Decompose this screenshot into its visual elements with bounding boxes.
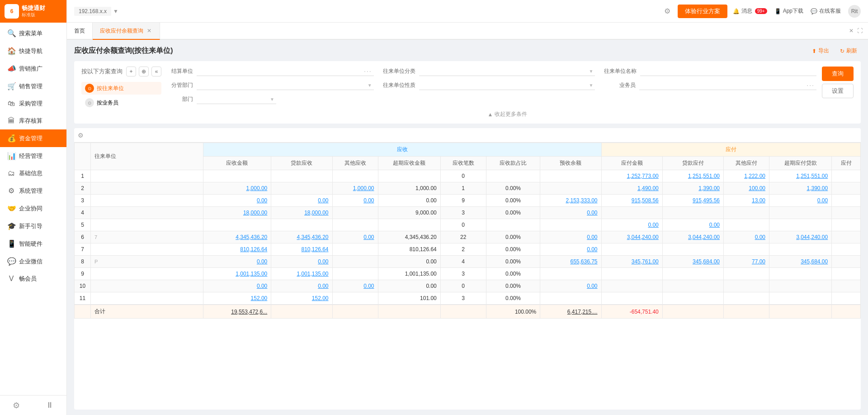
cell-link[interactable]: 4,345,436.20 xyxy=(203,231,271,243)
sidebar-item-search[interactable]: 🔍搜索菜单 xyxy=(0,24,66,42)
cell-link[interactable]: 345,761.00 xyxy=(601,256,662,268)
cell-link[interactable]: 0.00 xyxy=(332,195,378,207)
cell-link[interactable]: 18,000.00 xyxy=(203,207,271,219)
cell-link[interactable]: 1,251,551.00 xyxy=(769,170,831,182)
cell-link[interactable]: 0.00 xyxy=(540,280,601,292)
tab-arbalance[interactable]: 应收应付余额查询 ✕ xyxy=(93,23,160,40)
cell-link[interactable]: 655,636.75 xyxy=(540,256,601,268)
cell-link[interactable]: 3,044,240.00 xyxy=(662,231,723,243)
sidebar-item-wechat[interactable]: 💬企业微信 xyxy=(0,253,66,270)
sidebar-item-inventory[interactable]: 🏛库存核算 xyxy=(0,112,66,129)
field-dept-input[interactable] xyxy=(197,95,268,104)
collapse-btn[interactable]: ▲ 收起更多条件 xyxy=(161,110,854,118)
notification-btn[interactable]: 🔔 消息 99+ xyxy=(733,7,767,15)
cell-link[interactable]: 0.00 xyxy=(271,195,332,207)
cell-link[interactable]: 0.00 xyxy=(271,280,332,292)
field-laiwei-nature-input[interactable] xyxy=(419,81,587,90)
sidebar-item-purchase[interactable]: 🛍采购管理 xyxy=(0,95,66,112)
table-settings-icon[interactable]: ⚙ xyxy=(78,132,84,139)
cell-link[interactable]: 100.00 xyxy=(724,182,769,195)
cell-link[interactable]: 77.00 xyxy=(724,256,769,268)
sidebar-item-quicknav[interactable]: 🏠快捷导航 xyxy=(0,42,66,60)
field-jiesuan-dots-icon[interactable]: ··· xyxy=(362,67,374,75)
tab-home[interactable]: 首页 xyxy=(67,23,93,39)
sidebar-item-management[interactable]: 📊经营管理 xyxy=(0,147,66,165)
cell-link[interactable]: 3,044,240.00 xyxy=(769,231,831,243)
user-avatar[interactable]: Rit xyxy=(848,5,861,18)
sidebar-item-hardware[interactable]: 📱智能硬件 xyxy=(0,235,66,253)
cell-link[interactable]: 345,684.00 xyxy=(769,256,831,268)
field-salesperson-input[interactable] xyxy=(639,81,805,90)
export-btn[interactable]: ⬆ 导出 xyxy=(808,45,833,57)
cell-link[interactable]: 1,251,551.00 xyxy=(662,170,723,182)
field-laiwei-type-input[interactable] xyxy=(419,67,587,76)
cell-link[interactable]: 0.00 xyxy=(724,231,769,243)
cell-link[interactable]: 0.00 xyxy=(271,256,332,268)
field-laiwei-name-input[interactable] xyxy=(640,67,816,76)
cell-link[interactable]: 1,390.00 xyxy=(662,182,723,195)
sidebar-item-finance[interactable]: 💰资金管理 xyxy=(0,129,66,147)
cell-link[interactable]: 915,495.56 xyxy=(662,195,723,207)
cell-link[interactable]: 2,153,333.00 xyxy=(540,195,601,207)
cell-link[interactable]: 1,252,773.00 xyxy=(601,170,662,182)
expand-icon[interactable]: ⛶ xyxy=(857,28,863,34)
cell-link[interactable]: 915,508.56 xyxy=(601,195,662,207)
collapse-scheme-btn[interactable]: « xyxy=(151,67,161,76)
cell-link[interactable]: 0.00 xyxy=(540,207,601,219)
cell-link[interactable]: 0.00 xyxy=(203,280,271,292)
cell-link[interactable]: 1,222.00 xyxy=(724,170,769,182)
solution-btn[interactable]: 体验行业方案 xyxy=(678,5,727,18)
sidebar-item-sales[interactable]: 🛒销售管理 xyxy=(0,77,66,95)
cell-link[interactable]: 1,001,135.00 xyxy=(271,268,332,280)
tab-arbalance-close-icon[interactable]: ✕ xyxy=(146,27,152,35)
cell-link[interactable]: 810,126.64 xyxy=(271,243,332,256)
online-service-btn[interactable]: 💬 在线客服 xyxy=(811,7,841,15)
cell-link[interactable]: 0.00 xyxy=(203,195,271,207)
query-btn[interactable]: 查询 xyxy=(822,67,854,81)
sidebar-item-system[interactable]: ⚙系统管理 xyxy=(0,182,66,200)
cell-link[interactable]: 0.00 xyxy=(203,256,271,268)
cell-link[interactable]: 0.00 xyxy=(601,219,662,231)
sidebar-item-basicinfo[interactable]: 🗂基础信息 xyxy=(0,165,66,182)
edit-scheme-btn[interactable]: ⊕ xyxy=(139,67,149,76)
sidebar-item-marketing[interactable]: 📣营销推广 xyxy=(0,60,66,77)
add-scheme-btn[interactable]: + xyxy=(126,67,136,76)
app-download-btn[interactable]: 📱 App下载 xyxy=(774,7,803,15)
set-btn[interactable]: 设置 xyxy=(822,84,854,98)
footer-ar-prepay[interactable]: 6,417,215.... xyxy=(540,305,601,319)
cell-link[interactable]: 810,126.64 xyxy=(203,243,271,256)
table-wrap[interactable]: 往来单位 应收 应付 应收金额 贷款应收 其他应收 超期应收金额 应收笔数 应收… xyxy=(74,143,861,410)
sidebar-item-guide[interactable]: 🎓新手引导 xyxy=(0,217,66,235)
topbar-gear-icon[interactable]: ⚙ xyxy=(662,5,672,17)
footer-ar-amt[interactable]: 19,553,472,6... xyxy=(203,305,271,319)
cell-link[interactable]: 1,390.00 xyxy=(769,182,831,195)
cell-link[interactable]: 152.00 xyxy=(271,292,332,305)
sidebar-item-member[interactable]: V畅会员 xyxy=(0,270,66,287)
sidebar-item-enterprise[interactable]: 🤝企业协同 xyxy=(0,200,66,217)
refresh-btn[interactable]: ↻ 刷新 xyxy=(836,45,861,57)
cell-link[interactable]: 1,001,135.00 xyxy=(203,268,271,280)
cell-link[interactable]: 0.00 xyxy=(769,195,831,207)
cell-link[interactable]: 0.00 xyxy=(540,243,601,256)
scheme-partner[interactable]: ⊙ 按往来单位 xyxy=(81,82,161,95)
cell-link[interactable]: 0.00 xyxy=(540,231,601,243)
sidebar-settings-btn[interactable]: ⚙ xyxy=(8,399,24,412)
cell-link[interactable]: 152.00 xyxy=(203,292,271,305)
field-salesperson-dots-icon[interactable]: ··· xyxy=(805,81,816,89)
field-jiesuan-input[interactable] xyxy=(197,67,362,76)
close-all-icon[interactable]: ✕ xyxy=(849,28,854,34)
field-dept-manage-input[interactable] xyxy=(197,81,366,90)
cell-link[interactable]: 0.00 xyxy=(662,219,723,231)
cell-link[interactable]: 0.00 xyxy=(332,231,378,243)
scheme-staff[interactable]: ⊙ 按业务员 xyxy=(81,96,161,109)
cell-link[interactable]: 3,044,240.00 xyxy=(601,231,662,243)
cell-link[interactable]: 1,000.00 xyxy=(332,182,378,195)
cell-link[interactable]: 0.00 xyxy=(332,280,378,292)
sidebar-collapse-btn[interactable]: ⏸ xyxy=(41,399,58,412)
cell-link[interactable]: 345,684.00 xyxy=(662,256,723,268)
cell-link[interactable]: 1,000.00 xyxy=(203,182,271,195)
cell-link[interactable]: 4,345,436.20 xyxy=(271,231,332,243)
cell-link[interactable]: 18,000.00 xyxy=(271,207,332,219)
cell-link[interactable]: 13.00 xyxy=(724,195,769,207)
cell-link[interactable]: 1,490.00 xyxy=(601,182,662,195)
